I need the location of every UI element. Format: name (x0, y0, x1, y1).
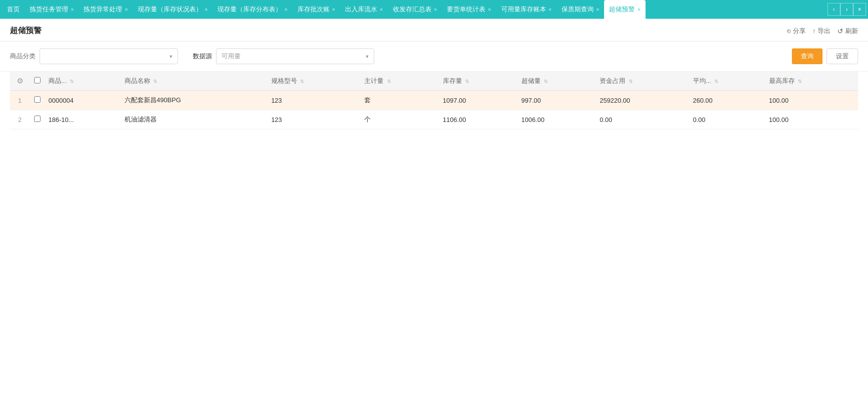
unit-cell: 个 (360, 110, 439, 129)
row-number: 1 (10, 91, 30, 110)
main-content: 超储预警 ⎋ 分享 ↑ 导出 ↺ 刷新 商品分类 ▾ 数据源 (0, 19, 868, 395)
stock-cell: 1106.00 (439, 110, 518, 129)
page-header: 超储预警 ⎋ 分享 ↑ 导出 ↺ 刷新 (0, 19, 868, 41)
overstock-table: ⚙ 商品... ⇅ 商品名称 ⇅ 规格型号 ⇅ (10, 72, 858, 129)
nav-item-available-stock[interactable]: 可用量库存账本 × (496, 0, 557, 19)
nav-item-batch-account[interactable]: 库存批次账 × (293, 0, 340, 19)
avg-cell: 260.00 (689, 91, 765, 110)
close-icon[interactable]: × (125, 6, 128, 12)
nav-next-button[interactable]: › (840, 3, 853, 16)
filter-actions: 查询 设置 (792, 48, 858, 64)
select-all-checkbox[interactable] (34, 77, 41, 83)
nav-item-inout-flow[interactable]: 出入库流水 × (340, 0, 388, 19)
close-icon[interactable]: × (205, 6, 208, 12)
export-button[interactable]: ↑ 导出 (813, 27, 831, 36)
close-icon[interactable]: × (637, 6, 640, 12)
close-icon[interactable]: × (380, 6, 383, 12)
share-button[interactable]: ⎋ 分享 (787, 27, 806, 36)
header-actions: ⎋ 分享 ↑ 导出 ↺ 刷新 (787, 27, 859, 36)
unit-cell: 套 (360, 91, 439, 110)
nav-prev-button[interactable]: ‹ (827, 3, 840, 16)
category-filter: 商品分类 ▾ (10, 48, 178, 64)
table-header-row: ⚙ 商品... ⇅ 商品名称 ⇅ 规格型号 ⇅ (10, 72, 858, 91)
datasource-filter: 数据源 可用量 ▾ (193, 48, 374, 64)
nav-item-order-stats[interactable]: 要货单统计表 × (442, 0, 496, 19)
export-icon: ↑ (813, 27, 816, 35)
nav-item-stock-status[interactable]: 现存量（库存状况表） × (133, 0, 213, 19)
nav-item-picking-task[interactable]: 拣货任务管理 × (25, 0, 79, 19)
col-maxstock-header[interactable]: 最高库存 ⇅ (765, 72, 858, 91)
sort-icon: ⇅ (714, 79, 718, 84)
stock-cell: 1097.00 (439, 91, 518, 110)
close-icon[interactable]: × (488, 6, 491, 12)
table-row: 2 186-10... 机油滤清器 123 个 1106.00 1006.00 … (10, 110, 858, 129)
col-avg-header[interactable]: 平均... ⇅ (689, 72, 765, 91)
sort-icon: ⇅ (387, 79, 391, 84)
row-checkbox[interactable] (34, 96, 41, 103)
gear-icon[interactable]: ⚙ (17, 77, 23, 85)
col-stock-header[interactable]: 库存量 ⇅ (439, 72, 518, 91)
col-capital-header[interactable]: 资金占用 ⇅ (596, 72, 689, 91)
nav-more-button[interactable]: × (853, 3, 866, 16)
sort-icon: ⇅ (629, 79, 633, 84)
col-overstock-header[interactable]: 超储量 ⇅ (518, 72, 596, 91)
refresh-button[interactable]: ↺ 刷新 (837, 27, 858, 36)
nav-item-stock-dist[interactable]: 现存量（库存分布表） × (213, 0, 292, 19)
datasource-value: 可用量 (221, 52, 241, 61)
col-unit-header[interactable]: 主计量 ⇅ (360, 72, 439, 91)
close-icon[interactable]: × (284, 6, 287, 12)
category-label: 商品分类 (10, 52, 36, 61)
col-product-code-header[interactable]: 商品... ⇅ (44, 72, 121, 91)
avg-cell: 0.00 (689, 110, 765, 129)
product-name-cell: 六配套新昌490BPG (121, 91, 267, 110)
top-navigation: 首页 拣货任务管理 × 拣货异常处理 × 现存量（库存状况表） × 现存量（库存… (0, 0, 868, 19)
refresh-icon: ↺ (837, 27, 843, 35)
sort-icon: ⇅ (465, 79, 469, 84)
close-icon[interactable]: × (434, 6, 437, 12)
row-checkbox[interactable] (34, 116, 41, 122)
datasource-select[interactable]: 可用量 ▾ (216, 48, 374, 64)
maxstock-cell: 100.00 (765, 91, 858, 110)
nav-item-quality-period[interactable]: 保质期查询 × (557, 0, 604, 19)
sort-icon: ⇅ (798, 79, 802, 84)
table-container: ⚙ 商品... ⇅ 商品名称 ⇅ 规格型号 ⇅ (0, 72, 868, 129)
nav-arrows: ‹ › × (827, 3, 866, 16)
overstock-cell: 997.00 (518, 91, 596, 110)
sort-icon: ⇅ (70, 79, 74, 84)
category-select[interactable]: ▾ (40, 48, 178, 64)
settings-button[interactable]: 设置 (826, 48, 858, 64)
query-button[interactable]: 查询 (792, 48, 823, 64)
sort-icon: ⇅ (153, 79, 157, 84)
page-title: 超储预警 (10, 26, 42, 36)
col-product-name-header[interactable]: 商品名称 ⇅ (121, 72, 267, 91)
nav-item-picking-exception[interactable]: 拣货异常处理 × (79, 0, 132, 19)
overstock-cell: 1006.00 (518, 110, 596, 129)
spec-cell: 123 (267, 110, 360, 129)
chevron-down-icon: ▾ (366, 53, 369, 60)
row-checkbox-cell (30, 110, 44, 129)
sort-icon: ⇅ (300, 79, 304, 84)
filter-row: 商品分类 ▾ 数据源 可用量 ▾ 查询 设置 (0, 41, 868, 72)
col-gear: ⚙ (10, 72, 30, 91)
maxstock-cell: 100.00 (765, 110, 858, 129)
col-spec-header[interactable]: 规格型号 ⇅ (267, 72, 360, 91)
share-icon: ⎋ (787, 27, 791, 35)
table-row: 1 0000004 六配套新昌490BPG 123 套 1097.00 997.… (10, 91, 858, 110)
row-number: 2 (10, 110, 30, 129)
sort-icon: ⇅ (544, 79, 548, 84)
capital-cell: 259220.00 (596, 91, 689, 110)
spec-cell: 123 (267, 91, 360, 110)
chevron-down-icon: ▾ (170, 53, 173, 60)
close-icon[interactable]: × (549, 6, 552, 12)
nav-item-summary[interactable]: 收发存汇总表 × (388, 0, 442, 19)
nav-item-overstock-warning[interactable]: 超储预警 × (604, 0, 645, 19)
close-icon[interactable]: × (332, 6, 335, 12)
datasource-label: 数据源 (193, 52, 212, 61)
product-code-cell: 186-10... (44, 110, 121, 129)
nav-item-home[interactable]: 首页 (2, 0, 25, 19)
close-icon[interactable]: × (596, 6, 599, 12)
close-icon[interactable]: × (71, 6, 74, 12)
capital-cell: 0.00 (596, 110, 689, 129)
product-code-cell: 0000004 (44, 91, 121, 110)
col-checkbox-header (30, 72, 44, 91)
